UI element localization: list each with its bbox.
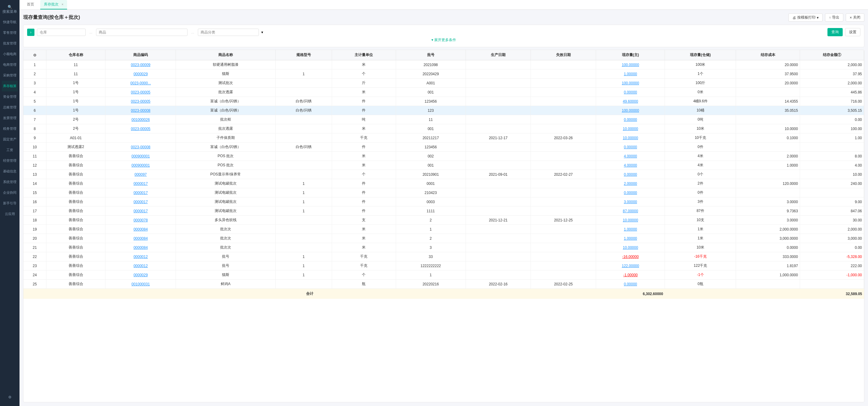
sidebar-item-micro-shop[interactable]: 小额电商 [2,49,18,59]
cell-produce-date [466,179,531,188]
tab-home[interactable]: 首页 [23,0,38,9]
cell-qty-main[interactable]: 10.00000 [596,133,665,142]
cell-qty-main[interactable]: 0.00000 [596,142,665,152]
sidebar-item-assets[interactable]: 资金管理 [2,91,18,102]
cell-index: 20 [24,234,46,243]
cell-product-code[interactable]: 001000026 [105,115,176,124]
search-button[interactable]: 查询 [828,28,843,36]
tab-close-button[interactable]: × [62,2,63,6]
sidebar-bottom: ⚙ [7,392,13,406]
cell-product-code[interactable]: 0000017 [105,188,176,197]
cell-product-name: 测试电罐批次 [176,197,276,206]
cell-total-cost [800,280,864,289]
cell-spec [275,225,332,234]
cell-qty-main[interactable]: 1.00000 [596,69,665,78]
warehouse-filter[interactable] [37,29,86,36]
cell-qty-main[interactable]: 87.00000 [596,206,665,216]
sidebar-item-wholesale[interactable]: 批发管理 [2,38,18,49]
cell-qty-main[interactable]: 100.00000 [596,60,665,69]
sidebar-item-inventory[interactable]: 库存核算 [2,81,18,91]
cell-product-code[interactable]: 0023-00005 [105,97,176,106]
cell-product-code[interactable]: 0023-0000... [105,78,176,88]
cell-qty-main[interactable]: 0.00000 [596,280,665,289]
expand-filter-button[interactable]: ▾ 展开更多条件 [27,36,860,44]
cell-expire-date [531,252,596,261]
sidebar-item-fixed-assets[interactable]: 固定资产 [2,134,18,145]
cell-product-code[interactable]: 000097 [105,170,176,179]
cell-product-code[interactable] [105,133,176,142]
cell-qty-main[interactable]: -16.00000 [596,252,665,261]
sidebar-item-guide[interactable]: 新手引导 [2,198,18,209]
cell-spec: 1 [275,206,332,216]
cell-product-code[interactable]: 000900001 [105,152,176,161]
category-dropdown-icon: ▾ [261,30,263,34]
cell-product-code[interactable]: 0000012 [105,252,176,261]
cell-batch: 123 [396,106,466,115]
close-button[interactable]: × 关闭 [846,13,864,22]
cell-qty-main[interactable]: 3.00000 [596,197,665,206]
cell-qty-main[interactable]: 0.00000 [596,88,665,97]
cell-qty-main[interactable]: 0.00000 [596,115,665,124]
product-filter[interactable] [96,29,187,36]
cell-qty-main[interactable]: 0.00000 [596,188,665,197]
cell-product-code[interactable]: 000900001 [105,161,176,170]
cell-qty-main[interactable]: 2.00000 [596,179,665,188]
cell-qty-main[interactable]: 10.00000 [596,216,665,225]
tab-inventory-batch[interactable]: 库存批次 × [40,0,67,9]
settings-icon[interactable]: ⚙ [7,392,13,402]
category-filter[interactable] [198,29,259,36]
cell-qty-main[interactable]: 100.00000 [596,106,665,115]
data-table-container: ⊙仓库名称商品编码商品名称规格型号主计量单位批号生产日期失效日期现存量(主)现存… [23,49,864,402]
sidebar-item-system[interactable]: 系统管理 [2,177,18,187]
cell-qty-main[interactable]: 0.00000 [596,170,665,179]
cell-qty-main[interactable]: 10.00000 [596,124,665,133]
cell-product-code[interactable]: 0023-00008 [105,106,176,115]
cell-product-code[interactable]: 0023-00005 [105,124,176,133]
cell-product-code[interactable]: 0000029 [105,270,176,280]
sidebar-item-basic-info[interactable]: 基础信息 [2,166,18,177]
cell-unit: 千克 [332,252,396,261]
export-button[interactable]: ↑ 导出 [825,13,843,22]
cell-product-code[interactable]: 0000084 [105,234,176,243]
cell-product-code[interactable]: 0000084 [105,243,176,252]
cell-qty-main[interactable]: 49.60000 [596,97,665,106]
cell-qty-main[interactable]: 122.00000 [596,261,665,270]
cell-qty-main[interactable]: 10.00000 [596,243,665,252]
cell-index: 8 [24,124,46,133]
sidebar-item-invoice[interactable]: 发票管理 [2,113,18,123]
cell-product-code[interactable]: 001000031 [105,280,176,289]
cell-qty-main[interactable]: -1.00000 [596,270,665,280]
sidebar-item-cloud[interactable]: 云应用 [2,209,18,219]
settings-filter-button[interactable]: 设置 [845,28,860,36]
sidebar-item-retail[interactable]: 零售管理 [2,27,18,38]
cell-product-code[interactable]: 0000084 [105,225,176,234]
cell-product-code[interactable]: 0023-00009 [105,60,176,69]
sidebar-item-quick-nav[interactable]: 快捷导航 [2,17,18,27]
cell-product-code[interactable]: 0023-00008 [105,142,176,152]
cell-product-code[interactable]: 0023-00005 [105,88,176,97]
cell-product-code[interactable]: 0000012 [105,261,176,270]
sidebar-item-tax[interactable]: 税务管理 [2,123,18,134]
sidebar-item-operation[interactable]: 经营管理 [2,155,18,166]
sidebar-item-purchase[interactable]: 采购管理 [2,70,18,81]
cell-qty-main[interactable]: 4.00000 [596,161,665,170]
cell-qty-main[interactable]: 1.00000 [596,225,665,234]
sidebar-item-overall[interactable]: 总账管理 [2,102,18,113]
cell-warehouse: 11 [46,60,105,69]
cell-total-cost: 2,000.00 [800,60,864,69]
cell-product-code[interactable]: 0000029 [105,69,176,78]
cell-product-code[interactable]: 0000017 [105,206,176,216]
sidebar-item-payroll[interactable]: 工资 [2,145,18,155]
print-button[interactable]: 🖨 按模板打印 ▾ [788,13,823,22]
cell-qty-main[interactable]: 1.00000 [596,234,665,243]
cell-product-code[interactable]: 0000017 [105,197,176,206]
cell-product-code[interactable]: 0000017 [105,179,176,188]
cell-qty-main[interactable]: 4.00000 [596,152,665,161]
sidebar-item-enterprise[interactable]: 企业协同 [2,187,18,198]
filter-arrow-button[interactable]: › [27,29,34,36]
sidebar-item-ecommerce[interactable]: 电商管理 [2,59,18,70]
cell-qty-main[interactable]: 100.00000 [596,78,665,88]
sidebar-search[interactable]: 🔍 搜索菜单 [0,2,20,17]
table-row: 51号0023-00005富诚（白色/闪锈）白色/闪锈件12345649.600… [24,97,864,106]
cell-product-code[interactable]: 0000078 [105,216,176,225]
